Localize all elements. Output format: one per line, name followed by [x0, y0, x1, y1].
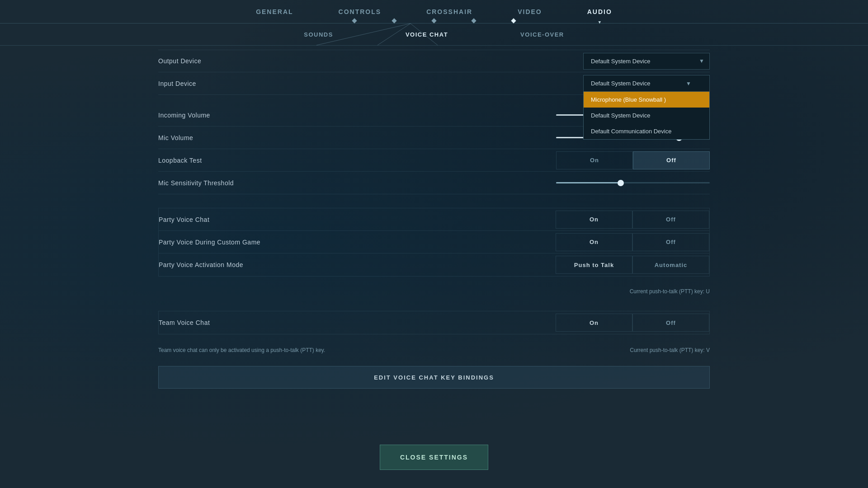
sub-navigation: SOUNDS VOICE CHAT VOICE-OVER — [0, 23, 868, 45]
incoming-volume-label: Incoming Volume — [158, 112, 330, 119]
sub-nav-divider — [0, 45, 868, 46]
diamond-audio — [511, 18, 516, 23]
input-device-trigger[interactable]: Default System Device ▼ — [583, 75, 710, 92]
team-voice-chat-group: Team Voice Chat On Off — [158, 311, 710, 334]
input-device-option-default[interactable]: Default System Device — [584, 108, 709, 123]
party-automatic-button[interactable]: Automatic — [632, 256, 709, 274]
section-gap-2 — [158, 297, 710, 311]
settings-content: Output Device Default System Device ▼ In… — [158, 50, 710, 434]
team-voice-on-button[interactable]: On — [556, 314, 632, 332]
output-device-dropdown-wrapper: Default System Device ▼ — [583, 53, 710, 70]
party-voice-activation-row: Party Voice Activation Mode Push to Talk… — [159, 253, 709, 276]
party-voice-activation-label: Party Voice Activation Mode — [159, 261, 330, 268]
output-device-label: Output Device — [158, 57, 330, 65]
sub-tab-voice-over[interactable]: VOICE-OVER — [516, 23, 569, 45]
input-device-arrow-icon: ▼ — [686, 80, 691, 87]
party-voice-custom-control: On Off — [330, 233, 709, 251]
input-device-option-communication[interactable]: Default Communication Device — [584, 123, 709, 139]
edit-bindings-button[interactable]: EDIT VOICE CHAT KEY BINDINGS — [158, 366, 710, 389]
input-device-control: Default System Device ▼ Microphone (Blue… — [330, 75, 710, 92]
party-voice-activation-toggle-group: Push to Talk Automatic — [556, 256, 709, 274]
party-voice-chat-row: Party Voice Chat On Off — [159, 208, 709, 231]
party-voice-toggle-group: On Off — [556, 211, 709, 229]
party-voice-on-button[interactable]: On — [556, 211, 632, 229]
team-voice-chat-label: Team Voice Chat — [159, 319, 330, 326]
party-voice-custom-on-button[interactable]: On — [556, 233, 632, 251]
input-device-option-snowball[interactable]: Microphone (Blue Snowball ) — [584, 92, 709, 108]
team-voice-chat-control: On Off — [330, 314, 709, 332]
mic-threshold-track[interactable] — [556, 182, 710, 183]
diamond-crosshair — [431, 18, 436, 23]
party-voice-custom-row: Party Voice During Custom Game On Off — [159, 231, 709, 253]
loopback-test-label: Loopback Test — [158, 157, 330, 164]
input-device-label: Input Device — [158, 80, 330, 87]
party-voice-chat-label: Party Voice Chat — [159, 216, 330, 223]
loopback-toggle-group: On Off — [556, 151, 710, 169]
close-settings-button[interactable]: CLOSE SETTINGS — [380, 445, 488, 470]
team-voice-info-right: Current push-to-talk (PTT) key: V — [630, 347, 710, 353]
party-voice-activation-control: Push to Talk Automatic — [330, 256, 709, 274]
diamond-general — [352, 18, 357, 23]
party-ptt-info: Current push-to-talk (PTT) key: U — [158, 286, 710, 297]
party-voice-off-button[interactable]: Off — [632, 211, 709, 229]
input-device-menu: Microphone (Blue Snowball ) Default Syst… — [583, 92, 710, 140]
loopback-off-button[interactable]: Off — [633, 151, 710, 169]
party-push-to-talk-button[interactable]: Push to Talk — [556, 256, 632, 274]
team-voice-off-button[interactable]: Off — [632, 314, 709, 332]
loopback-test-control: On Off — [330, 151, 710, 169]
input-device-value: Default System Device — [591, 80, 651, 87]
mic-threshold-thumb[interactable] — [618, 180, 624, 186]
diamond-controls — [392, 18, 396, 23]
output-device-select[interactable]: Default System Device — [583, 53, 710, 70]
input-device-row: Input Device Default System Device ▼ Mic… — [158, 72, 710, 95]
loopback-on-button[interactable]: On — [556, 151, 633, 169]
mic-threshold-label: Mic Sensitivity Threshold — [158, 179, 330, 187]
section-gap-1 — [158, 194, 710, 208]
output-device-row: Output Device Default System Device ▼ — [158, 50, 710, 72]
team-voice-chat-row: Team Voice Chat On Off — [159, 311, 709, 334]
sub-tab-voice-chat[interactable]: VOICE CHAT — [401, 23, 453, 45]
team-voice-info: Team voice chat can only be activated us… — [158, 343, 710, 357]
team-voice-toggle-group: On Off — [556, 314, 709, 332]
output-device-control: Default System Device ▼ — [330, 53, 710, 70]
party-voice-custom-off-button[interactable]: Off — [632, 233, 709, 251]
mic-threshold-row: Mic Sensitivity Threshold — [158, 172, 710, 194]
mic-threshold-control — [330, 182, 710, 183]
mic-threshold-fill — [556, 182, 621, 183]
diamond-video — [471, 18, 476, 23]
loopback-test-row: Loopback Test On Off — [158, 149, 710, 172]
party-voice-custom-toggle-group: On Off — [556, 233, 709, 251]
input-device-dropdown-wrapper: Default System Device ▼ Microphone (Blue… — [583, 75, 710, 92]
party-voice-custom-label: Party Voice During Custom Game — [159, 239, 330, 246]
team-voice-info-left: Team voice chat can only be activated us… — [158, 347, 325, 353]
mic-volume-label: Mic Volume — [158, 134, 330, 141]
party-voice-chat-control: On Off — [330, 211, 709, 229]
sub-tab-sounds[interactable]: SOUNDS — [299, 23, 338, 45]
party-voice-chat-group: Party Voice Chat On Off Party Voice Duri… — [158, 208, 710, 277]
